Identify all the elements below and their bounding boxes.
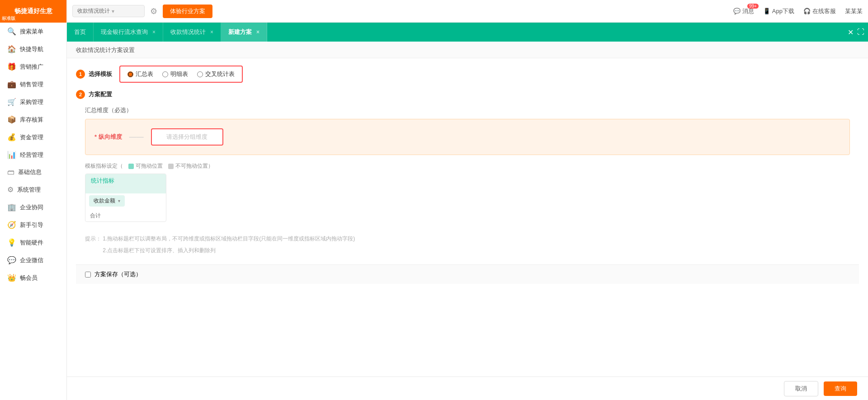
close-tab-icon[interactable]: ✕ [848,28,854,37]
step2-row: 2 方案配置 [76,90,859,99]
tab-receipt-stats[interactable]: 收款情况统计 × [163,23,221,42]
user-name[interactable]: 某某某 [845,7,863,15]
logo-text: 畅捷通好生意 [14,7,52,15]
radio-cross-input[interactable] [197,71,203,77]
sidebar-item-label: 采购管理 [20,98,43,106]
radio-detail[interactable]: 明细表 [162,70,188,78]
tab-new-plan-close-icon[interactable]: × [256,29,259,35]
sidebar-item-inventory[interactable]: 📦 库存核算 [0,111,66,128]
sidebar-item-guide[interactable]: 🧭 新手引导 [0,216,66,234]
sidebar-item-label: 搜索菜单 [20,28,43,36]
sidebar-item-marketing[interactable]: 🎁 营销推广 [0,58,66,75]
template-selector: 汇总表 明细表 交叉统计表 [119,66,243,83]
expand-tab-icon[interactable]: ⛶ [857,28,864,36]
indicator-settings-label: 模板指标设定（ [85,162,123,170]
config-section: 汇总维度（必选） * 纵向维度 —— 请选择分组维度 模板指标设定（ [76,106,859,231]
app-download-label: App下载 [772,7,794,15]
topbar-right: 💬 消息 99+ 📱 App下载 🎧 在线客服 某某某 [733,7,863,15]
sidebar-item-finance[interactable]: 💰 资金管理 [0,128,66,146]
radio-detail-input[interactable] [162,71,168,77]
settings-icon: ⚙ [7,185,14,194]
message-icon: 💬 [733,8,741,14]
gift-icon: 🎁 [7,62,16,71]
cancel-button[interactable]: 取消 [784,381,818,396]
sidebar-item-label: 系统管理 [17,186,41,194]
version-tag: 标准版 [2,15,15,22]
vertical-dimension-label: * 纵向维度 [94,133,122,141]
page-header: 收款情况统计方案设置 [67,42,868,58]
radio-summary[interactable]: 汇总表 [127,70,153,78]
industry-button[interactable]: 体验行业方案 [163,5,212,18]
save-checkbox[interactable] [85,272,91,278]
sidebar-logo: 畅捷通好生意 标准版 [0,0,66,23]
tab-new-plan[interactable]: 新建方案 × [221,23,267,42]
sidebar-item-quick-nav[interactable]: 🏠 快捷导航 [0,40,66,58]
movable-indicator: 可拖动位置 [128,162,163,170]
messages-button[interactable]: 💬 消息 99+ [733,7,754,15]
radio-group-template: 汇总表 明细表 交叉统计表 [127,70,235,78]
tab-cashflow[interactable]: 现金银行流水查询 × [94,23,163,42]
dimension-select-box[interactable]: 请选择分组维度 [151,128,223,146]
indicators-section: 模板指标设定（ 可拖动位置 不可拖动位置） [85,162,850,223]
sidebar-item-sales[interactable]: 💼 销售管理 [0,75,66,93]
indicators-header: 模板指标设定（ 可拖动位置 不可拖动位置） [85,162,850,170]
online-service-button[interactable]: 🎧 在线客服 [803,7,836,15]
sidebar-item-label: 销售管理 [20,80,43,89]
cart-icon: 🛒 [7,98,16,106]
page-wrapper: 收款情况统计方案设置 1 选择模板 汇总表 [67,42,868,400]
not-movable-dot [168,164,174,169]
settings-gear-icon[interactable]: ⚙ [150,6,157,16]
sidebar-item-operation[interactable]: 📊 经营管理 [0,146,66,164]
sidebar-item-wechat[interactable]: 💬 企业微信 [0,251,66,269]
radio-cross[interactable]: 交叉统计表 [197,70,235,78]
main-area: 收款情况统计 ▾ ⚙ 体验行业方案 💬 消息 99+ 📱 App下载 🎧 在线客… [67,0,868,400]
dimension-area: * 纵向维度 —— 请选择分组维度 [85,119,850,155]
breadcrumb-text: 收款情况统计 [77,7,110,15]
tab-home-label: 首页 [74,28,86,36]
sidebar-item-label: 快捷导航 [20,45,43,53]
indicator-tags-row: 收款金额 ▾ [85,193,166,210]
radio-summary-label: 汇总表 [136,70,153,78]
indicator-section-title: 统计指标 [91,177,114,187]
topbar-breadcrumb[interactable]: 收款情况统计 ▾ [72,5,145,17]
sidebar-item-enterprise[interactable]: 🏢 企业协同 [0,198,66,216]
hardware-icon: 💡 [7,238,16,247]
box-icon: 📦 [7,115,16,124]
sidebar-item-member[interactable]: 👑 畅会员 [0,269,66,287]
movable-label: 可拖动位置 [136,162,163,170]
sidebar-item-label: 库存核算 [20,116,43,124]
radio-summary-input[interactable] [127,71,133,77]
messages-badge: 99+ [747,4,759,9]
movable-dot [128,164,134,169]
tab-cashflow-close-icon[interactable]: × [152,29,156,35]
chevron-down-indicator-icon: ▾ [118,198,120,203]
sidebar-item-system[interactable]: ⚙ 系统管理 [0,181,66,198]
radio-detail-label: 明细表 [170,70,188,78]
tab-home[interactable]: 首页 [67,23,94,42]
step1-section: 1 选择模板 汇总表 明细表 [67,58,868,291]
sales-icon: 💼 [7,80,16,89]
sidebar-item-purchase[interactable]: 🛒 采购管理 [0,93,66,111]
page-title: 收款情况统计方案设置 [76,47,135,53]
archive-icon: 🗃 [7,168,14,176]
sidebar-item-label: 企业协同 [20,203,43,212]
sidebar-item-label: 营销推广 [20,63,43,71]
indicator-section-header: 统计指标 [85,174,166,193]
sidebar-item-hardware[interactable]: 💡 智能硬件 [0,234,66,251]
query-button[interactable]: 查询 [824,381,857,396]
step2-label: 方案配置 [89,90,112,99]
service-icon: 🎧 [803,8,811,14]
tabbar-controls: ✕ ⛶ [848,23,868,42]
sidebar-item-search[interactable]: 🔍 搜索菜单 [0,23,66,40]
tip-line-2: 2.点击标题栏下拉可设置排序、插入列和删除列 [85,246,850,256]
tip-line-1: 提示： 1.拖动标题栏可以调整布局，不可跨维度或指标区域拖动栏目字段(只能在同一… [85,234,850,244]
app-download-button[interactable]: 📱 App下载 [763,7,794,15]
step1-row: 1 选择模板 汇总表 明细表 [76,66,859,83]
step1-label: 选择模板 [89,70,112,78]
sidebar-item-basic[interactable]: 🗃 基础信息 [0,164,66,181]
online-service-label: 在线客服 [812,7,836,15]
indicator-tag-payment[interactable]: 收款金额 ▾ [89,195,125,207]
content-area: 收款情况统计方案设置 1 选择模板 汇总表 [67,42,868,400]
step2-badge: 2 [76,90,85,99]
tab-receipt-close-icon[interactable]: × [210,29,213,35]
